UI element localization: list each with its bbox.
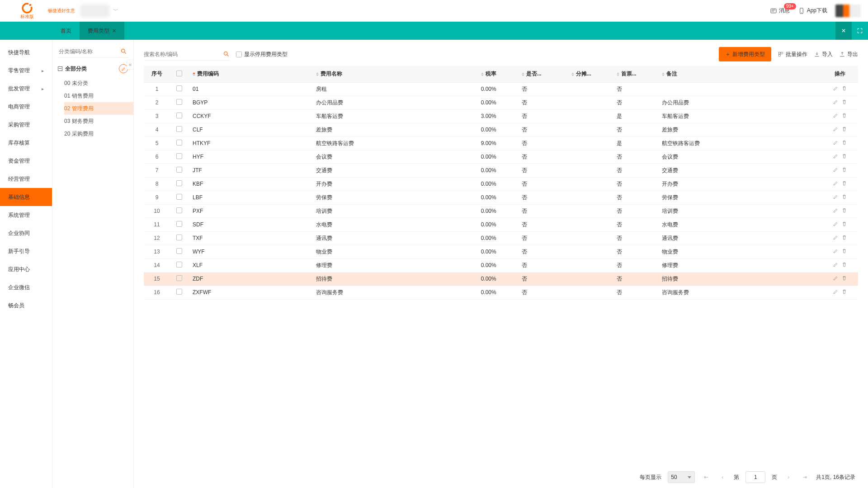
search-icon[interactable]	[120, 48, 127, 55]
page-next-button[interactable]: ›	[783, 472, 793, 482]
col-isx[interactable]: 是否...	[517, 66, 567, 82]
table-row[interactable]: 6HYF会议费0.00%否否会议费	[144, 150, 858, 164]
edit-row-button[interactable]	[833, 100, 839, 106]
col-rate[interactable]: 税率	[476, 66, 517, 82]
page-first-button[interactable]: ⇤	[701, 472, 711, 482]
edit-row-button[interactable]	[833, 249, 839, 255]
category-item[interactable]: 03 财务费用	[64, 115, 133, 127]
table-search-input[interactable]	[144, 48, 230, 61]
edit-row-button[interactable]	[833, 222, 839, 228]
search-icon[interactable]	[223, 51, 230, 57]
import-button[interactable]: 导入	[814, 51, 833, 58]
delete-row-button[interactable]	[841, 181, 847, 188]
sidebar-item[interactable]: 畅会员	[0, 296, 52, 314]
sidebar-item[interactable]: 零售管理▸	[0, 61, 52, 80]
table-row[interactable]: 2BGYP办公用品费0.00%否否办公用品费	[144, 96, 858, 109]
app-download-button[interactable]: App下载	[798, 7, 827, 14]
cell-checkbox[interactable]	[170, 123, 188, 136]
table-row[interactable]: 101房租0.00%否否	[144, 82, 858, 96]
edit-row-button[interactable]	[833, 141, 839, 147]
table-row[interactable]: 10PXF培训费0.00%否否培训费	[144, 204, 858, 218]
tab-close-all-button[interactable]: ✕	[835, 22, 852, 40]
tab-expense-type[interactable]: 费用类型 ✕	[80, 22, 124, 40]
org-selector[interactable]: ﹀	[80, 5, 118, 17]
table-row[interactable]: 16ZXFWF咨询服务费0.00%否否咨询服务费	[144, 286, 858, 299]
cell-checkbox[interactable]	[170, 82, 188, 96]
col-checkbox[interactable]	[170, 66, 188, 82]
tree-collapse-icon[interactable]	[58, 66, 62, 71]
col-share[interactable]: 分摊...	[567, 66, 612, 82]
cell-checkbox[interactable]	[170, 204, 188, 218]
sidebar-item[interactable]: 电商管理	[0, 98, 52, 116]
cell-checkbox[interactable]	[170, 177, 188, 191]
edit-row-button[interactable]	[833, 127, 839, 133]
table-row[interactable]: 15ZDF招待费0.00%否否招待费	[144, 272, 858, 286]
sidebar-item[interactable]: 资金管理	[0, 152, 52, 170]
table-row[interactable]: 14XLF修理费0.00%否否修理费	[144, 258, 858, 272]
batch-action-button[interactable]: 批量操作	[778, 51, 807, 58]
tab-home[interactable]: 首页	[52, 22, 80, 40]
cell-checkbox[interactable]	[170, 109, 188, 123]
pagesize-select[interactable]: 50	[668, 471, 695, 483]
table-row[interactable]: 3CCKYF车船客运费3.00%否是车船客运费	[144, 109, 858, 123]
delete-row-button[interactable]	[841, 154, 847, 160]
delete-row-button[interactable]	[841, 263, 847, 269]
table-row[interactable]: 7JTF交通费0.00%否否交通费	[144, 164, 858, 177]
sidebar-item[interactable]: 批发管理▸	[0, 80, 52, 98]
category-item[interactable]: 00 未分类	[64, 77, 133, 89]
edit-row-button[interactable]	[833, 154, 839, 160]
export-button[interactable]: 导出	[839, 51, 858, 58]
page-last-button[interactable]: ⇥	[800, 472, 810, 482]
cell-checkbox[interactable]	[170, 218, 188, 231]
sidebar-item[interactable]: 新手引导	[0, 242, 52, 260]
table-row[interactable]: 4CLF差旅费0.00%否否差旅费	[144, 123, 858, 136]
delete-row-button[interactable]	[841, 195, 847, 201]
delete-row-button[interactable]	[841, 168, 847, 174]
col-name[interactable]: 费用名称	[311, 66, 476, 82]
edit-row-button[interactable]	[833, 235, 839, 242]
delete-row-button[interactable]	[841, 290, 847, 296]
edit-row-button[interactable]	[833, 290, 839, 296]
edit-row-button[interactable]	[833, 276, 839, 282]
cell-checkbox[interactable]	[170, 136, 188, 150]
close-icon[interactable]: ✕	[112, 28, 116, 34]
messages-button[interactable]: 消息	[770, 7, 790, 14]
category-item[interactable]: 20 采购费用	[64, 127, 133, 140]
delete-row-button[interactable]	[841, 208, 847, 215]
delete-row-button[interactable]	[841, 127, 847, 133]
delete-row-button[interactable]	[841, 235, 847, 242]
table-row[interactable]: 8KBF开办费0.00%否否开办费	[144, 177, 858, 191]
collapse-category-button[interactable]: «	[127, 60, 134, 70]
add-expense-type-button[interactable]: ＋ 新增费用类型	[719, 47, 771, 61]
sidebar-item[interactable]: 采购管理	[0, 116, 52, 134]
col-seq[interactable]: 序号	[144, 66, 170, 82]
cell-checkbox[interactable]	[170, 272, 188, 286]
cell-checkbox[interactable]	[170, 96, 188, 109]
fullscreen-button[interactable]	[852, 22, 868, 40]
edit-row-button[interactable]	[833, 263, 839, 269]
col-first[interactable]: 首票...	[612, 66, 657, 82]
table-row[interactable]: 12TXF通讯费0.00%否否通讯费	[144, 231, 858, 245]
edit-row-button[interactable]	[833, 168, 839, 174]
table-row[interactable]: 5HTKYF航空铁路客运费9.00%否是航空铁路客运费	[144, 136, 858, 150]
cell-checkbox[interactable]	[170, 191, 188, 204]
edit-row-button[interactable]	[833, 86, 839, 93]
delete-row-button[interactable]	[841, 222, 847, 228]
edit-row-button[interactable]	[833, 113, 839, 120]
sidebar-item[interactable]: 系统管理	[0, 206, 52, 224]
table-row[interactable]: 9LBF劳保费0.00%否否劳保费	[144, 191, 858, 204]
category-search-input[interactable]	[58, 45, 128, 58]
table-row[interactable]: 13WYF物业费0.00%否否物业费	[144, 245, 858, 258]
cell-checkbox[interactable]	[170, 150, 188, 164]
delete-row-button[interactable]	[841, 86, 847, 93]
sidebar-item[interactable]: 经营管理	[0, 170, 52, 188]
cell-checkbox[interactable]	[170, 231, 188, 245]
cell-checkbox[interactable]	[170, 258, 188, 272]
sidebar-item[interactable]: 企业协同	[0, 224, 52, 242]
delete-row-button[interactable]	[841, 141, 847, 147]
show-disabled-checkbox[interactable]: 显示停用费用类型	[236, 51, 288, 58]
sidebar-item[interactable]: 基础信息	[0, 188, 52, 206]
pagesize-select-input[interactable]: 50	[668, 471, 695, 483]
page-input[interactable]	[745, 471, 765, 483]
cell-checkbox[interactable]	[170, 245, 188, 258]
